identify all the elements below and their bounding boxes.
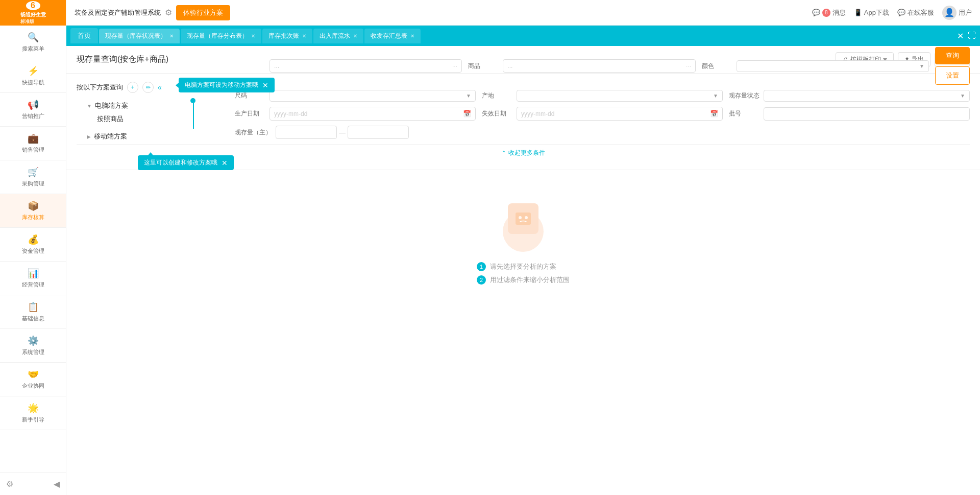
filter-field-color: 颜色 ▼ [702, 60, 929, 72]
scheme-tooltip-edit: 这里可以创建和修改方案哦 ✕ [138, 155, 234, 170]
color-arrow: ▼ [919, 63, 924, 69]
inventory-icon: 📦 [28, 200, 39, 211]
arrow-icon[interactable]: « [158, 83, 162, 91]
tab-close-flow[interactable]: ✕ [353, 33, 357, 39]
edit-tooltip-close[interactable]: ✕ [222, 159, 228, 167]
mobile-icon: 📱 [854, 9, 862, 16]
user-button[interactable]: 👤 用户 [942, 6, 972, 20]
connector-line [193, 103, 194, 129]
batch-input[interactable] [764, 107, 970, 121]
sidebar-item-purchase[interactable]: 🛒 采购管理 [0, 160, 66, 194]
sidebar-item-search[interactable]: 🔍 搜索菜单 [0, 26, 66, 59]
mobile-arrow: ▶ [87, 134, 91, 139]
step-2-text: 用过滤条件来缩小分析范围 [490, 275, 570, 285]
edit-scheme-icon[interactable]: ✏ [142, 82, 154, 93]
sidebar-bottom: ⚙ ◀ [0, 473, 66, 495]
tab-summary[interactable]: 收发存汇总表 ✕ [364, 29, 421, 43]
message-button[interactable]: 💬 8 消息 [812, 8, 846, 17]
desktop-label: 电脑端方案 [95, 101, 128, 110]
quicknav-icon: ⚡ [28, 65, 39, 77]
scheme-tooltip-text: 电脑方案可设为移动方案哦 [185, 81, 258, 89]
search-button[interactable]: 查询 [935, 47, 970, 64]
tab-fullscreen-icon[interactable]: ⛶ [968, 31, 976, 41]
collapse-sidebar-icon[interactable]: ◀ [54, 479, 60, 489]
warehouse-more-icon: ⋯ [452, 63, 457, 69]
status-select[interactable]: ▼ [764, 90, 970, 102]
tab-close-batch[interactable]: ✕ [302, 33, 306, 39]
status-arrow: ▼ [960, 93, 965, 99]
tab-inventory-status[interactable]: 现存量（库存状况表） ✕ [99, 29, 180, 43]
empty-icon [498, 201, 549, 252]
reset-button[interactable]: 设置 [935, 66, 970, 85]
app-download-button[interactable]: 📱 App下载 [854, 8, 889, 17]
user-label: 用户 [959, 8, 972, 17]
sidebar-item-enterprise[interactable]: 🤝 企业协同 [0, 363, 66, 396]
product-select[interactable]: ... ⋯ [503, 59, 695, 73]
sidebar-logo: 6 畅通好生意 标准版 [0, 0, 66, 26]
page-title: 现存量查询(按仓库+商品) [77, 54, 168, 65]
trial-button[interactable]: 体验行业方案 [176, 5, 230, 20]
logo-text: 畅通好生意 标准版 [20, 11, 46, 25]
settings-icon[interactable]: ⚙ [6, 479, 13, 489]
top-header: 装备及固定资产辅助管理系统 ⚙ 体验行业方案 💬 8 消息 📱 App下载 💬 … [66, 0, 980, 26]
sidebar-item-finance[interactable]: 💰 资金管理 [0, 228, 66, 262]
tab-close-all-icon[interactable]: ✕ [957, 31, 964, 41]
sidebar-item-system[interactable]: ⚙️ 系统管理 [0, 329, 66, 363]
sidebar-label-operation: 经营管理 [22, 281, 44, 289]
guide-icon: 🌟 [28, 403, 39, 414]
sidebar-item-guide[interactable]: 🌟 新手引导 [0, 396, 66, 430]
filter-row-1: ... ⋯ 商品 ... ⋯ 颜色 [235, 47, 970, 85]
sidebar-item-marketing[interactable]: 📢 营销推广 [0, 93, 66, 127]
desktop-arrow: ▼ [87, 103, 92, 109]
sidebar-item-inventory[interactable]: 📦 库存核算 [0, 194, 66, 228]
marketing-icon: 📢 [28, 99, 39, 110]
search-nav-icon: 🔍 [28, 32, 39, 43]
origin-arrow: ▼ [713, 93, 718, 99]
support-icon: 💬 [897, 9, 905, 16]
origin-select[interactable]: ▼ [517, 90, 723, 102]
support-label: 在线客服 [908, 8, 934, 17]
tab-close-inventory-dist[interactable]: ✕ [251, 33, 255, 39]
header-settings-icon[interactable]: ⚙ [165, 8, 172, 17]
header-left: 装备及固定资产辅助管理系统 ⚙ 体验行业方案 [75, 5, 230, 20]
basicinfo-icon: 📋 [28, 301, 39, 313]
tab-bar-right: ✕ ⛶ [957, 31, 976, 41]
tab-home[interactable]: 首页 [70, 28, 98, 43]
svg-rect-0 [516, 213, 531, 225]
filter-row-4: 现存量（主） — [235, 126, 970, 139]
tab-inout-flow[interactable]: 出入库流水 ✕ [313, 29, 363, 43]
operation-icon: 📊 [28, 268, 39, 279]
app-name: 装备及固定资产辅助管理系统 [75, 8, 161, 17]
sidebar-label-basicinfo: 基础信息 [22, 315, 44, 322]
tab-close-inventory-status[interactable]: ✕ [169, 33, 174, 39]
step-num-2: 2 [477, 275, 486, 285]
tab-batch-account[interactable]: 库存批次账 ✕ [262, 29, 312, 43]
tab-close-summary[interactable]: ✕ [410, 33, 414, 39]
enterprise-icon: 🤝 [28, 369, 39, 380]
sidebar-label-marketing: 营销推广 [22, 112, 44, 120]
support-button[interactable]: 💬 在线客服 [897, 8, 934, 17]
sidebar-item-quicknav[interactable]: ⚡ 快捷导航 [0, 59, 66, 93]
produce-date-start[interactable]: yyyy-mm-dd 📅 [270, 107, 476, 121]
color-select[interactable]: ▼ [737, 60, 929, 72]
size-select[interactable]: ▼ [270, 90, 476, 102]
produce-date-range: yyyy-mm-dd 📅 [270, 107, 476, 121]
desktop-child-label: 按照商品 [97, 114, 124, 124]
add-scheme-icon[interactable]: + [127, 82, 138, 93]
expire-date-field[interactable]: yyyy-mm-dd 📅 [517, 107, 723, 121]
empty-step-1: 1 请先选择要分析的方案 [477, 262, 570, 271]
filter-field-batch: 批号 [729, 107, 970, 121]
empty-face [508, 203, 538, 234]
stock-qty-range: — [276, 126, 439, 139]
stock-qty-max[interactable] [348, 126, 409, 139]
stock-qty-min[interactable] [276, 126, 337, 139]
sidebar-item-basicinfo[interactable]: 📋 基础信息 [0, 295, 66, 329]
tab-inventory-dist[interactable]: 现存量（库存分布表） ✕ [181, 29, 261, 43]
scheme-tooltip-mobile: 电脑方案可设为移动方案哦 ✕ [179, 78, 275, 92]
message-icon: 💬 [812, 9, 820, 16]
scheme-tooltip-close[interactable]: ✕ [262, 81, 268, 89]
warehouse-select[interactable]: ... ⋯ [270, 59, 462, 73]
size-arrow: ▼ [466, 93, 471, 99]
sidebar-item-operation[interactable]: 📊 经营管理 [0, 262, 66, 295]
sidebar-item-sales[interactable]: 💼 销售管理 [0, 127, 66, 160]
